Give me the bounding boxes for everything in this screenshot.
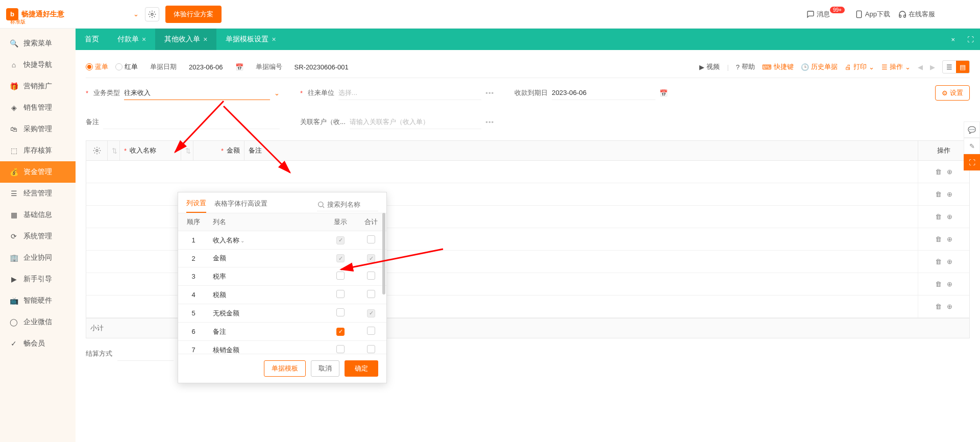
company-name[interactable] [94, 10, 127, 19]
copy-icon[interactable]: ⊕ [947, 303, 952, 310]
support-link[interactable]: 在线客服 [898, 10, 935, 19]
sidebar-item-purchase[interactable]: 🛍采购管理 [0, 118, 76, 140]
copy-icon[interactable]: ⊕ [947, 190, 952, 198]
checkbox[interactable] [367, 235, 375, 243]
sidebar-item-finance[interactable]: 💰资金管理 [0, 161, 76, 183]
sidebar-item-search[interactable]: 🔍搜索菜单 [0, 33, 76, 54]
checkbox[interactable] [367, 345, 375, 353]
float-chat-icon[interactable]: 💬 [964, 121, 980, 138]
confirm-button[interactable]: 确定 [345, 360, 378, 377]
close-icon[interactable]: × [203, 35, 207, 43]
popup-search-input[interactable] [327, 201, 378, 208]
date-value[interactable]: 2023-06-06 [189, 63, 223, 71]
template-button[interactable]: 单据模板 [264, 360, 306, 377]
settle-input[interactable] [117, 347, 174, 361]
close-icon[interactable]: × [142, 35, 146, 43]
popup-tab-columns[interactable]: 列设置 [186, 199, 206, 213]
sidebar-item-guide[interactable]: ▶新手引导 [0, 268, 76, 290]
video-link[interactable]: ▶ 视频 [699, 62, 720, 71]
sidebar-item-collab[interactable]: 🏢企业协同 [0, 247, 76, 268]
sidebar-item-basic[interactable]: ▦基础信息 [0, 204, 76, 226]
delete-icon[interactable]: 🗑 [935, 280, 942, 288]
th-remark[interactable]: 备注 [244, 141, 918, 160]
sidebar-item-business[interactable]: ☰经营管理 [0, 183, 76, 204]
copy-icon[interactable]: ⊕ [947, 168, 952, 176]
chevron-down-icon[interactable]: ⌄ [133, 10, 139, 18]
checkbox[interactable] [336, 328, 345, 336]
sort-icon[interactable]: ⇅ [108, 141, 120, 160]
customer-input[interactable] [350, 115, 482, 129]
tab-home[interactable]: 首页 [76, 29, 108, 50]
close-all-icon[interactable]: × [945, 36, 961, 43]
message-link[interactable]: 消息 99+ [806, 10, 847, 19]
nav-prev-icon[interactable]: ◀ [918, 63, 923, 71]
view-card-icon[interactable]: ▤ [956, 61, 969, 73]
delete-icon[interactable]: 🗑 [935, 213, 942, 220]
table-row[interactable]: 🗑⊕ [86, 161, 969, 183]
checkbox[interactable] [336, 236, 345, 244]
biz-type-input[interactable] [124, 86, 270, 100]
radio-blue[interactable]: 蓝单 [86, 62, 108, 71]
float-edit-icon[interactable]: ✎ [964, 138, 980, 154]
operate-link[interactable]: ☰ 操作 ⌄ [881, 62, 911, 71]
checkbox[interactable] [367, 290, 375, 298]
sidebar-item-member[interactable]: ✓畅会员 [0, 333, 76, 354]
float-expand-icon[interactable]: ⛶ [964, 154, 980, 170]
popup-row[interactable]: 7核销金额 [178, 341, 386, 354]
popup-row[interactable]: 3税率 [178, 267, 386, 286]
settings-gear-button[interactable] [145, 7, 159, 21]
popup-row[interactable]: 2金额 [178, 250, 386, 267]
popup-row[interactable]: 1收入名称⌄ [178, 231, 386, 250]
close-icon[interactable]: × [272, 35, 276, 43]
delete-icon[interactable]: 🗑 [935, 190, 942, 198]
help-link[interactable]: ? 帮助 [736, 62, 755, 71]
th-amount[interactable]: *金额 [193, 141, 244, 160]
sidebar-item-inventory[interactable]: ⬚库存核算 [0, 140, 76, 161]
view-list-icon[interactable]: ☰ [943, 61, 956, 73]
sidebar-item-marketing[interactable]: 🎁营销推广 [0, 76, 76, 97]
checkbox[interactable] [336, 345, 345, 353]
popup-row[interactable]: 4税额 [178, 286, 386, 304]
settings-button[interactable]: ⚙ 设置 [935, 85, 970, 101]
unit-input[interactable] [338, 86, 481, 100]
copy-icon[interactable]: ⊕ [947, 213, 952, 220]
copy-icon[interactable]: ⊕ [947, 258, 952, 265]
popup-row[interactable]: 5无税金额 [178, 304, 386, 323]
user-avatar[interactable] [943, 10, 974, 19]
checkbox[interactable] [367, 254, 375, 262]
tab-payment[interactable]: 付款单× [108, 29, 155, 50]
th-income[interactable]: *收入名称 [120, 141, 181, 160]
tab-template[interactable]: 单据模板设置× [216, 29, 285, 50]
history-link[interactable]: 🕒 历史单据 [801, 62, 838, 71]
due-input[interactable] [552, 86, 655, 100]
app-download-link[interactable]: App下载 [855, 10, 890, 19]
calendar-icon[interactable]: 📅 [659, 89, 668, 97]
sidebar-item-sales[interactable]: ◈销售管理 [0, 97, 76, 118]
sidebar-item-quicknav[interactable]: ⌂快捷导航 [0, 54, 76, 76]
calendar-icon[interactable]: 📅 [235, 63, 243, 71]
checkbox[interactable] [336, 272, 345, 280]
popup-tab-font[interactable]: 表格字体行高设置 [214, 199, 267, 212]
delete-icon[interactable]: 🗑 [935, 258, 942, 265]
radio-red[interactable]: 红单 [115, 62, 138, 71]
print-link[interactable]: 🖨 打印 ⌄ [845, 62, 874, 71]
delete-icon[interactable]: 🗑 [935, 235, 942, 243]
sidebar-item-wecom[interactable]: ◯企业微信 [0, 311, 76, 333]
shortcut-link[interactable]: ⌨ 快捷键 [762, 62, 794, 71]
delete-icon[interactable]: 🗑 [935, 168, 942, 176]
checkbox[interactable] [367, 272, 375, 280]
chevron-down-icon[interactable]: ⌄ [274, 89, 280, 97]
tab-other-income[interactable]: 其他收入单× [155, 29, 216, 50]
checkbox[interactable] [336, 254, 345, 262]
more-icon[interactable]: ••• [485, 89, 494, 97]
scrollbar[interactable] [382, 213, 385, 294]
checkbox[interactable] [336, 308, 345, 316]
fullscreen-icon[interactable]: ⛶ [961, 36, 980, 43]
sort-icon[interactable]: ⇅ [181, 141, 193, 160]
copy-icon[interactable]: ⊕ [947, 280, 952, 288]
column-settings-button[interactable] [86, 141, 108, 160]
copy-icon[interactable]: ⊕ [947, 235, 952, 243]
cancel-button[interactable]: 取消 [311, 360, 339, 377]
delete-icon[interactable]: 🗑 [935, 303, 942, 310]
more-icon[interactable]: ••• [485, 118, 494, 126]
